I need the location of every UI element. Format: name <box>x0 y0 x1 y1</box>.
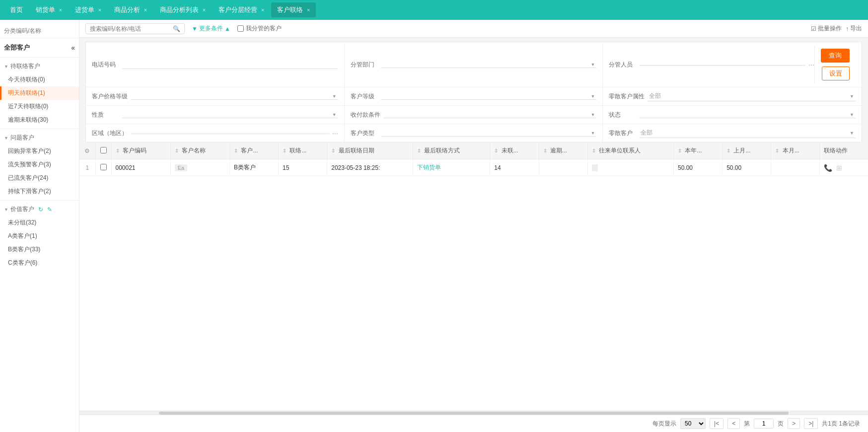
sidebar-item-declining[interactable]: 持续下滑客户(2) <box>0 185 79 198</box>
gear-icon: ⚙ <box>84 147 90 154</box>
sidebar-search-container: 🔍 <box>0 24 79 38</box>
filter-retail-select[interactable]: 全部 ▼ <box>639 128 856 138</box>
filter-action-col: 查询 设置 <box>814 46 856 83</box>
col-this-year[interactable]: ⇕ 本年... <box>673 143 722 159</box>
my-customers-checkbox-area[interactable]: 我分管的客户 <box>237 24 282 33</box>
filter-nature-select[interactable]: ▼ <box>122 112 338 118</box>
row-number: 1 <box>79 159 95 176</box>
last-page-btn[interactable]: >| <box>804 418 818 429</box>
query-button[interactable]: 查询 <box>821 49 850 63</box>
nav-sales-order[interactable]: 销货单 × <box>30 2 68 17</box>
pending-group-header[interactable]: 待联络客户 <box>0 60 79 73</box>
col-sort-icon11: ⇕ <box>726 148 730 153</box>
collapse-icon[interactable]: « <box>71 44 75 52</box>
col-overdue[interactable]: ⇕ 逾期... <box>539 143 587 159</box>
set-button[interactable]: 设置 <box>822 67 850 80</box>
sidebar-search-input[interactable] <box>4 27 78 34</box>
first-page-btn[interactable]: |< <box>710 418 723 429</box>
sidebar-item-churned[interactable]: 已流失客户(24) <box>0 171 79 185</box>
sidebar-item-class-a[interactable]: A类客户(1) <box>0 229 79 243</box>
sidebar-item-7days-contact[interactable]: 近7天待联络(0) <box>0 100 79 113</box>
sidebar-item-churn-warning[interactable]: 流失预警客户(3) <box>0 158 79 171</box>
scrollbar-area <box>79 411 868 415</box>
nav-home[interactable]: 首页 <box>4 2 29 17</box>
col-unit-contact[interactable]: ⇕ 往来单位联系人 <box>587 143 673 159</box>
col-checkbox[interactable] <box>95 143 111 159</box>
sidebar-item-overdue-contact[interactable]: 逾期未联络(30) <box>0 113 79 127</box>
close-sales-order[interactable]: × <box>59 7 62 13</box>
action-phone-icon[interactable]: 📞 <box>824 164 832 172</box>
last-contact-method-link[interactable]: 下销货单 <box>417 164 441 171</box>
nav-purchase-order[interactable]: 进货单 × <box>69 2 107 17</box>
sidebar-item-class-c[interactable]: C类客户(6) <box>0 256 79 270</box>
sidebar-item-today-contact[interactable]: 今天待联络(0) <box>0 73 79 86</box>
select-all-checkbox[interactable] <box>100 147 107 153</box>
cell-last-month: 50.00 <box>723 159 771 176</box>
scrollbar-thumb[interactable] <box>159 412 789 415</box>
filter-status-select[interactable]: ▼ <box>639 112 856 118</box>
col-sort-icon6: ⇕ <box>417 148 421 153</box>
cell-this-month <box>771 159 820 176</box>
sidebar-all-customers[interactable]: 全部客户 « <box>0 40 79 55</box>
close-customer-contact[interactable]: × <box>307 7 310 13</box>
filter-customer-type-select[interactable]: ▼ <box>381 130 597 137</box>
filter-payment-select[interactable]: ▼ <box>383 112 597 118</box>
filter-department-select[interactable]: ▼ <box>381 62 597 68</box>
col-gear[interactable]: ⚙ <box>79 143 95 159</box>
col-last-contact-method[interactable]: ⇕ 最后联络方式 <box>413 143 490 159</box>
next-page-btn[interactable]: > <box>788 418 800 429</box>
close-customer-layering[interactable]: × <box>261 7 264 13</box>
filter-customer-grade-select[interactable]: ▼ <box>381 93 597 100</box>
filter-region: 区域（地区） ··· <box>86 124 345 142</box>
sidebar-item-class-b[interactable]: B类客户(33) <box>0 243 79 256</box>
cell-last-contact-method[interactable]: 下销货单 <box>413 159 490 176</box>
more-conditions-btn[interactable]: ▼ 更多条件 ▲ <box>189 23 233 34</box>
toolbar-search-icon[interactable]: 🔍 <box>173 25 180 32</box>
close-product-analysis-list[interactable]: × <box>203 7 206 13</box>
filter-nature-arrow: ▼ <box>332 112 337 117</box>
col-last-month[interactable]: ⇕ 上月... <box>723 143 771 159</box>
value-group-header[interactable]: 价值客户 ↻ ✎ <box>0 203 79 216</box>
col-customer-name[interactable]: ⇕ 客户名称 <box>170 143 229 159</box>
filter-price-level-select[interactable]: ▼ <box>131 93 338 100</box>
nav-customer-layering[interactable]: 客户分层经营 × <box>213 2 270 17</box>
filter-phone: 电话号码 <box>86 42 345 87</box>
sidebar-item-ungrouped[interactable]: 未分组(32) <box>0 216 79 229</box>
row-checkbox-cell[interactable] <box>95 159 111 176</box>
filter-region-dots[interactable]: ··· <box>332 129 338 137</box>
filter-retail-attr-select[interactable]: 全部 ▼ <box>648 91 856 101</box>
nav-product-analysis[interactable]: 商品分析 × <box>108 2 153 17</box>
filter-row-3: 性质 ▼ 收付款条件 ▼ 状态 <box>86 106 862 124</box>
filter-phone-input[interactable] <box>122 61 338 69</box>
nav-product-analysis-list[interactable]: 商品分析列表 × <box>154 2 212 17</box>
batch-operation-btn[interactable]: ☑ 批量操作 <box>811 24 842 33</box>
close-product-analysis[interactable]: × <box>144 7 147 13</box>
my-customers-checkbox[interactable] <box>237 25 244 32</box>
col-contacts[interactable]: ⇕ 联络... <box>279 143 327 159</box>
search-input[interactable] <box>90 25 171 32</box>
value-group-edit[interactable]: ✎ <box>47 206 52 213</box>
filter-payment-terms: 收付款条件 ▼ <box>345 106 603 124</box>
sidebar-item-tomorrow-contact[interactable]: 明天待联络(1) <box>0 86 79 100</box>
problem-group-header[interactable]: 问题客户 <box>0 131 79 144</box>
nav-customer-contact[interactable]: 客户联络 × <box>271 2 316 17</box>
prev-page-btn[interactable]: < <box>727 418 740 429</box>
close-purchase-order[interactable]: × <box>98 7 101 13</box>
col-this-month[interactable]: ⇕ 本月... <box>771 143 820 159</box>
sidebar-item-repurchase-abnormal[interactable]: 回购异常客户(2) <box>0 144 79 158</box>
filter-manager-select[interactable] <box>639 64 805 66</box>
filter-manager-dots[interactable]: ··· <box>808 61 814 69</box>
filter-region-select[interactable] <box>131 133 329 134</box>
row-checkbox[interactable] <box>100 164 107 170</box>
export-btn[interactable]: ↑ 导出 <box>846 24 862 33</box>
col-customer-code[interactable]: ⇕ 客户编码 <box>111 143 170 159</box>
filter-row-4: 区域（地区） ··· 客户类型 ▼ 零散客户 全部 <box>86 124 862 142</box>
page-input[interactable] <box>754 419 774 429</box>
per-page-select[interactable]: 50 10 20 100 <box>680 418 706 429</box>
toolbar: 🔍 ▼ 更多条件 ▲ 我分管的客户 ☑ 批量操作 ↑ 导出 <box>79 20 868 38</box>
col-last-contact-date[interactable]: ⇕ 最后联络日期 <box>327 143 413 159</box>
col-customer-type[interactable]: ⇕ 客户... <box>229 143 278 159</box>
col-no-contact[interactable]: ⇕ 未联... <box>490 143 539 159</box>
value-group-refresh[interactable]: ↻ <box>38 206 43 213</box>
action-grid-icon[interactable]: ⊞ <box>836 164 842 172</box>
